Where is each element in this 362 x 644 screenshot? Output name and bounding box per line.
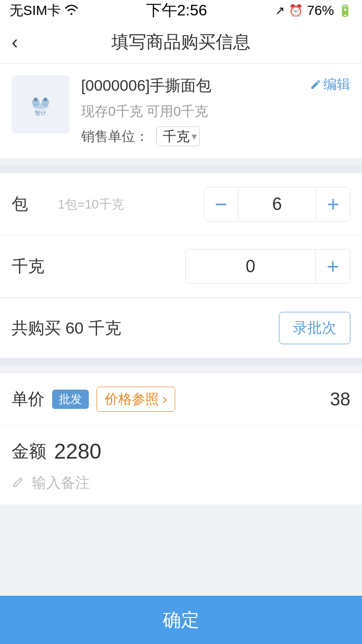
status-time: 下午2:56 bbox=[146, 0, 207, 21]
hint-bao: 1包=10千克 bbox=[58, 196, 196, 213]
edit-button[interactable]: 编辑 bbox=[310, 75, 350, 94]
status-left: 无SIM卡 bbox=[10, 1, 78, 20]
price-value: 38 bbox=[330, 389, 350, 410]
plus-button-kg[interactable]: + bbox=[316, 249, 350, 284]
qty-input-bao[interactable] bbox=[238, 187, 316, 222]
price-tag: 批发 bbox=[52, 390, 89, 409]
back-button[interactable]: ‹ bbox=[12, 31, 18, 53]
qty-control-kg: + bbox=[185, 249, 350, 284]
remark-row[interactable]: 输入备注 bbox=[12, 463, 350, 504]
pencil-icon bbox=[12, 476, 26, 490]
price-row: 单价 批发 价格参照 › 38 bbox=[12, 387, 350, 412]
amount-label: 金额 bbox=[12, 440, 46, 463]
product-unit-row: 销售单位： 千克 包 bbox=[81, 126, 350, 146]
product-thumbnail: 智计 bbox=[12, 75, 70, 133]
separator-2 bbox=[0, 358, 362, 365]
product-name-row: [0000006]手撕面包 编辑 bbox=[81, 75, 350, 97]
nav-bar: ‹ 填写商品购买信息 bbox=[0, 21, 362, 64]
status-right: ↗ ⏰ 76% 🔋 bbox=[275, 3, 352, 18]
product-info: [0000006]手撕面包 编辑 现存0千克 可用0千克 销售单位： 千克 包 bbox=[81, 75, 350, 146]
input-row-bao: 包 1包=10千克 − + bbox=[0, 173, 362, 236]
amount-section: 金额 2280 输入备注 bbox=[0, 425, 362, 504]
status-bar: 无SIM卡 下午2:56 ↗ ⏰ 76% 🔋 bbox=[0, 0, 362, 21]
minus-button-bao[interactable]: − bbox=[204, 187, 238, 222]
label-bao: 包 bbox=[12, 193, 50, 215]
svg-text:智计: 智计 bbox=[35, 110, 46, 116]
svg-point-2 bbox=[33, 103, 48, 109]
qty-input-kg[interactable] bbox=[185, 249, 316, 284]
remark-placeholder: 输入备注 bbox=[32, 473, 90, 493]
page-title: 填写商品购买信息 bbox=[111, 30, 251, 54]
alarm-icon: ⏰ bbox=[289, 4, 303, 17]
summary-row: 共购买 60 千克 录批次 bbox=[0, 298, 362, 358]
unit-select[interactable]: 千克 包 bbox=[156, 126, 200, 146]
carrier-label: 无SIM卡 bbox=[10, 1, 61, 20]
wifi-icon bbox=[65, 3, 78, 18]
location-icon: ↗ bbox=[275, 4, 285, 17]
summary-text: 共购买 60 千克 bbox=[12, 317, 121, 339]
price-ref-button[interactable]: 价格参照 › bbox=[97, 387, 175, 412]
product-card: 智计 [0000006]手撕面包 编辑 现存0千克 可用0千克 销售单位： 千克… bbox=[0, 64, 362, 158]
batch-button[interactable]: 录批次 bbox=[279, 312, 350, 344]
amount-value: 2280 bbox=[54, 439, 101, 463]
plus-button-bao[interactable]: + bbox=[316, 187, 350, 222]
input-section: 包 1包=10千克 − + 千克 + 共购买 60 千克 录批次 bbox=[0, 173, 362, 358]
separator-1 bbox=[0, 166, 362, 173]
input-row-kg: 千克 + bbox=[0, 236, 362, 298]
amount-row: 金额 2280 bbox=[12, 439, 350, 463]
product-stock: 现存0千克 可用0千克 bbox=[81, 102, 350, 121]
edit-label: 编辑 bbox=[323, 75, 350, 94]
battery-label: 76% bbox=[307, 3, 334, 18]
unit-label: 销售单位： bbox=[81, 127, 149, 146]
price-section: 单价 批发 价格参照 › 38 bbox=[0, 373, 362, 425]
svg-point-4 bbox=[43, 98, 47, 101]
label-kg: 千克 bbox=[12, 255, 50, 278]
unit-select-wrap[interactable]: 千克 包 bbox=[156, 126, 200, 146]
price-label: 单价 bbox=[12, 388, 44, 410]
qty-control-bao: − + bbox=[204, 187, 350, 222]
svg-point-3 bbox=[34, 98, 38, 101]
confirm-button[interactable]: 确定 bbox=[0, 596, 362, 644]
product-name: [0000006]手撕面包 bbox=[81, 75, 310, 97]
battery-icon: 🔋 bbox=[338, 4, 352, 17]
